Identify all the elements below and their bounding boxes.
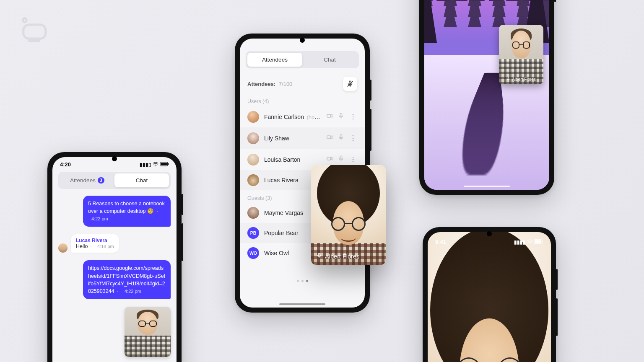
tab-attendees-label: Attendees <box>70 177 96 184</box>
message-time: 4:18 pm <box>97 244 114 249</box>
section-users-label: Users (4) <box>240 93 365 106</box>
mic-icon <box>316 253 322 260</box>
attendee-meta: (host,you) <box>307 114 321 120</box>
svg-rect-9 <box>340 113 342 116</box>
page-dots <box>240 263 365 282</box>
mic-icon[interactable] <box>338 134 345 142</box>
avatar <box>58 243 68 253</box>
chat-messages: 5 Reasons to choose a notebook over a co… <box>52 193 177 359</box>
tab-chat[interactable]: Chat <box>114 173 169 187</box>
attendee-name: Popular Bear <box>264 230 299 236</box>
message-incoming[interactable]: Lucas Rivera Hello · 4:18 pm <box>58 234 171 253</box>
message-author: Lucas Rivera <box>76 238 114 243</box>
attendees-count: 7/100 <box>279 81 293 87</box>
avatar <box>247 207 259 219</box>
svg-rect-13 <box>340 156 342 159</box>
tab-chat[interactable]: Chat <box>302 53 357 67</box>
more-icon[interactable]: ⋮ <box>349 153 357 166</box>
mic-icon[interactable] <box>338 112 345 121</box>
phone-call-forest: Albert Flores <box>419 0 554 195</box>
status-icons: ▮▮▮▯ <box>140 162 169 168</box>
phone-call-fullscreen: 9:41 ▮▮▮▮ <box>423 227 556 362</box>
avatar-initials: WO <box>247 247 259 259</box>
svg-rect-12 <box>327 157 331 160</box>
svg-rect-10 <box>327 136 331 139</box>
attendees-header: Attendees: 7/100 <box>240 72 365 93</box>
avatar-initials: PB <box>247 227 259 239</box>
wifi-icon <box>527 239 533 245</box>
status-time: 4:20 <box>60 161 71 168</box>
more-icon[interactable]: ⋮ <box>349 132 357 145</box>
svg-rect-8 <box>327 114 331 117</box>
signal-icon: ▮▮▮▯ <box>140 162 151 168</box>
tab-attendees[interactable]: Attendees 3 <box>60 173 114 187</box>
svg-rect-18 <box>535 240 541 243</box>
svg-point-2 <box>155 165 156 166</box>
video-tile-name: Albert Flores <box>325 253 359 260</box>
attendees-label: Attendees: <box>247 81 275 87</box>
svg-rect-14 <box>318 253 320 256</box>
camera-icon[interactable] <box>326 112 333 121</box>
message-outgoing-link[interactable]: https://docs.google.com/spreadsheets/d/1… <box>83 260 171 299</box>
svg-rect-5 <box>168 163 169 165</box>
svg-rect-4 <box>161 163 167 165</box>
message-text: 5 Reasons to choose a notebook over a co… <box>88 201 165 214</box>
attendee-name: Lily Shaw <box>264 135 289 142</box>
svg-point-16 <box>530 243 530 244</box>
battery-icon <box>160 162 169 168</box>
svg-rect-11 <box>340 134 342 138</box>
camera-icon[interactable] <box>326 134 333 142</box>
svg-rect-15 <box>508 78 509 79</box>
more-icon[interactable]: ⋮ <box>349 110 357 123</box>
avatar <box>247 154 259 165</box>
status-icons: ▮▮▮▮ <box>514 239 543 245</box>
status-time: 9:41 <box>435 239 446 245</box>
attendee-row[interactable]: Lily Shaw ⋮ <box>240 127 365 149</box>
camera-icon[interactable] <box>326 155 333 164</box>
avatar <box>247 174 259 186</box>
segmented-tabs: Attendees Chat <box>246 51 359 68</box>
app-logo-icon <box>18 15 49 46</box>
tab-chat-label: Chat <box>136 177 148 184</box>
remote-video <box>428 232 551 362</box>
svg-point-0 <box>23 18 26 22</box>
mute-all-button[interactable] <box>343 77 357 91</box>
attendee-name: Wise Owl <box>264 250 289 256</box>
attendee-row[interactable]: Fannie Carlson (host,you) ⋮ <box>240 106 365 127</box>
avatar <box>247 111 259 123</box>
video-tile[interactable]: Albert Flores <box>311 165 386 265</box>
attendee-name: Fannie Carlson <box>264 114 304 120</box>
pip-self-view[interactable]: Albert Flores <box>499 25 543 84</box>
attendee-name: Mayme Vargas <box>264 209 303 216</box>
tab-chat-label: Chat <box>324 57 336 63</box>
battery-icon <box>534 239 543 245</box>
pip-name: Albert Flores <box>512 77 536 82</box>
message-text: Hello <box>76 243 88 249</box>
avatar <box>247 132 259 144</box>
attendee-name: Lucas Rivera <box>264 177 299 184</box>
phone-chat: 4:20 ▮▮▮▯ Attendees 3 Chat 5 Re <box>47 152 182 362</box>
message-outgoing[interactable]: 5 Reasons to choose a notebook over a co… <box>83 196 171 227</box>
status-bar: 9:41 ▮▮▮▮ <box>428 235 551 247</box>
tab-attendees-label: Attendees <box>262 57 288 63</box>
mic-icon <box>506 77 510 82</box>
wifi-icon <box>153 162 158 168</box>
svg-rect-1 <box>23 25 46 39</box>
attendees-badge: 3 <box>98 177 104 184</box>
mic-icon[interactable] <box>338 155 345 164</box>
svg-rect-19 <box>542 240 543 242</box>
signal-icon: ▮▮▮▮ <box>514 239 526 245</box>
message-time: 4:22 pm <box>125 289 141 294</box>
segmented-tabs: Attendees 3 Chat <box>58 172 171 189</box>
image-attachment[interactable] <box>125 307 171 357</box>
message-time: 4:22 pm <box>91 216 108 221</box>
tab-attendees[interactable]: Attendees <box>247 53 302 67</box>
attendee-name: Louisa Barton <box>264 156 300 163</box>
